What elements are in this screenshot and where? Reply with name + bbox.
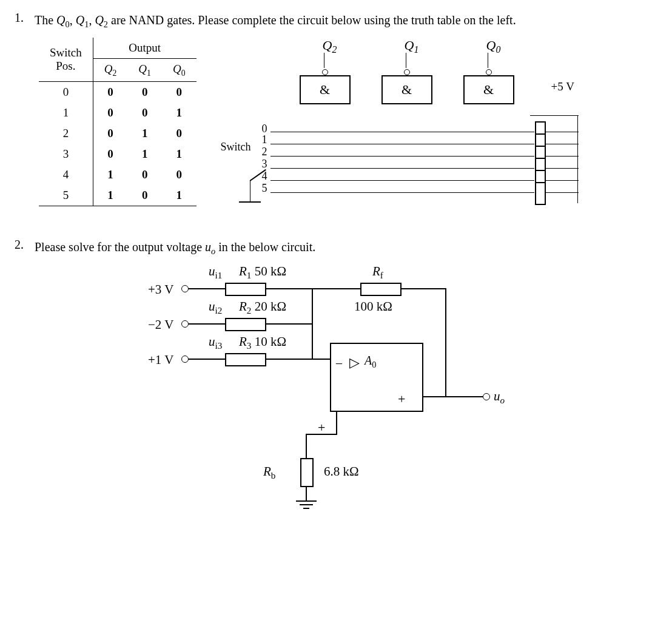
rb-label: Rb bbox=[263, 464, 275, 481]
amp-icon: & bbox=[320, 82, 330, 97]
wire bbox=[546, 192, 579, 194]
hdr-output: Output bbox=[93, 38, 196, 59]
wire bbox=[189, 288, 225, 289]
q2-circuit: ui1 R1 50 kΩ +3 V ui2 R2 20 kΩ −2 V ui3 … bbox=[148, 264, 536, 525]
row4-pos: 4 bbox=[39, 164, 93, 185]
wire bbox=[312, 288, 313, 360]
wire bbox=[266, 288, 312, 289]
switch-label: Switch bbox=[221, 141, 251, 153]
q1-text: The Q0, Q1, Q2 are NAND gates. Please co… bbox=[35, 11, 653, 32]
resistor-rf bbox=[360, 283, 402, 296]
rf-label: Rf bbox=[372, 264, 383, 281]
terminal bbox=[181, 320, 189, 328]
wire bbox=[306, 487, 307, 500]
resistor-rb bbox=[300, 458, 314, 487]
gate-label-q2: Q2 bbox=[323, 38, 337, 55]
bus-line-2 bbox=[270, 156, 534, 157]
q1-q2-sub: 2 bbox=[104, 19, 108, 29]
q2-text-p1: Please solve for the output voltage bbox=[35, 240, 205, 254]
q2-u: u bbox=[205, 240, 211, 254]
row0-pos: 0 bbox=[39, 82, 93, 103]
terminal bbox=[181, 285, 189, 292]
wire bbox=[250, 180, 251, 201]
col-q1: Q bbox=[138, 62, 147, 75]
wire bbox=[406, 53, 407, 68]
bus-line-1 bbox=[270, 144, 534, 145]
q2-number: 2. bbox=[15, 238, 32, 252]
wire bbox=[336, 411, 337, 435]
bus-line-4 bbox=[270, 180, 534, 181]
q2-text: Please solve for the output voltage uo i… bbox=[35, 238, 653, 258]
col-q2: Q bbox=[104, 62, 113, 75]
r3-label: R3 10 kΩ bbox=[239, 334, 286, 351]
plus5v-label: +5 V bbox=[551, 80, 574, 93]
r5q0: 1 bbox=[162, 185, 197, 206]
q1-content: Switch Pos. Output Q2 Q1 Q0 0000 1001 20… bbox=[39, 38, 657, 214]
r4q1: 0 bbox=[127, 164, 162, 185]
gate-label-q0: Q0 bbox=[486, 38, 501, 55]
r1q1: 0 bbox=[127, 103, 162, 123]
minus-input: _ bbox=[336, 351, 342, 365]
wire bbox=[546, 180, 579, 181]
q1-q0: Q bbox=[56, 13, 65, 27]
row2-pos: 2 bbox=[39, 123, 93, 144]
q1-c1: , bbox=[70, 13, 76, 27]
wire bbox=[402, 288, 445, 289]
row3-pos: 3 bbox=[39, 144, 93, 164]
resistor-r1 bbox=[225, 283, 266, 296]
row5-pos: 5 bbox=[39, 185, 93, 206]
resistor-r2 bbox=[225, 318, 266, 331]
col-q1s: 1 bbox=[147, 68, 151, 77]
q1-c2: , bbox=[89, 13, 95, 27]
a0-label: A0 bbox=[365, 354, 376, 370]
amp-icon: & bbox=[483, 82, 494, 97]
r0q2: 0 bbox=[93, 82, 127, 103]
q1-q0-sub: 0 bbox=[66, 19, 70, 29]
wire bbox=[266, 359, 330, 360]
r3q0: 1 bbox=[162, 144, 197, 164]
bus-line-0 bbox=[270, 132, 534, 133]
nand-gate-q2: & bbox=[300, 75, 351, 104]
wire bbox=[445, 288, 446, 397]
col-q2s: 2 bbox=[113, 68, 117, 77]
sw-2: 2 bbox=[262, 146, 267, 158]
r2q2: 0 bbox=[93, 123, 127, 144]
plus-output: + bbox=[398, 391, 405, 407]
wire bbox=[306, 434, 307, 458]
wire bbox=[577, 115, 579, 203]
wire bbox=[546, 144, 579, 145]
ground-bar bbox=[239, 201, 261, 203]
row1-pos: 1 bbox=[39, 103, 93, 123]
ground-bar bbox=[296, 500, 317, 502]
bus-line-5 bbox=[270, 192, 534, 194]
sw-1: 1 bbox=[262, 133, 267, 146]
q1-text-p2: are NAND gates. Please complete the circ… bbox=[108, 13, 516, 27]
ui2-label: ui2 bbox=[209, 299, 222, 316]
opamp: _ ▷ A0 + bbox=[330, 343, 423, 412]
bus-line-3 bbox=[270, 168, 534, 169]
v1-label: +3 V bbox=[148, 282, 173, 297]
wire bbox=[422, 396, 483, 397]
r5q1: 0 bbox=[127, 185, 162, 206]
r1-label: R1 50 kΩ bbox=[239, 264, 286, 281]
q1-q1: Q bbox=[76, 13, 84, 27]
rb-value: 6.8 kΩ bbox=[324, 464, 359, 479]
wire bbox=[189, 359, 225, 360]
wire bbox=[189, 323, 225, 325]
col-q0: Q bbox=[173, 62, 181, 75]
r1q0: 1 bbox=[162, 103, 197, 123]
r4q0: 0 bbox=[162, 164, 197, 185]
hdr-pos: Pos. bbox=[56, 59, 75, 72]
v2-label: −2 V bbox=[148, 317, 173, 332]
amp-icon: & bbox=[402, 82, 412, 97]
wire bbox=[546, 156, 579, 157]
wire bbox=[488, 53, 489, 68]
hdr-switch: Switch bbox=[50, 46, 82, 59]
tri-icon: ▷ bbox=[349, 355, 360, 371]
wire bbox=[312, 288, 360, 289]
ui1-label: ui1 bbox=[209, 264, 222, 281]
question-2: 2. Please solve for the output voltage u… bbox=[15, 238, 657, 525]
nand-gate-q1: & bbox=[381, 75, 432, 104]
r0q0: 0 bbox=[162, 82, 197, 103]
wire bbox=[546, 132, 579, 133]
